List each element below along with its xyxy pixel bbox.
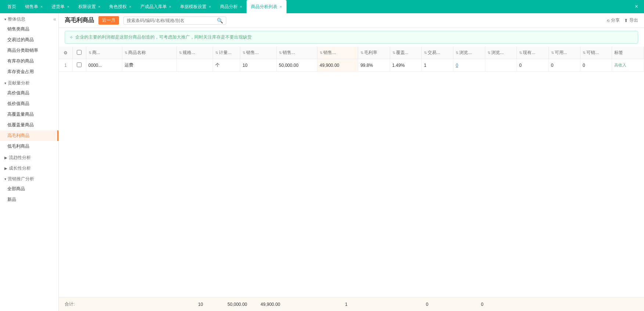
- col-name-sort-icon: ⇅: [125, 51, 127, 55]
- col-sales2[interactable]: ⇅ 销售...: [277, 47, 317, 59]
- sidebar-group-growth[interactable]: ▶ 成长性分析: [0, 162, 58, 173]
- share-button[interactable]: ⎋ 分享: [607, 17, 620, 23]
- select-all-checkbox[interactable]: [77, 50, 82, 55]
- col-available-sort-icon: ⇅: [551, 51, 554, 55]
- sidebar-item-category-rate[interactable]: 商品分类助销率: [0, 45, 58, 56]
- top-nav: 首页 销售单 × 进货单 × 权限设置 × 角色授权 × 产成品入库单 × 单据…: [0, 0, 644, 13]
- arrow-icon-trend: ▶: [4, 156, 7, 160]
- col-tag: 标签: [612, 47, 644, 59]
- global-close-button[interactable]: ×: [632, 3, 641, 10]
- col-trade[interactable]: ⇅ 交易...: [422, 47, 453, 59]
- footer-available: 0: [424, 302, 453, 307]
- cell-unit: 个: [213, 59, 240, 72]
- col-trade-sort-icon: ⇅: [424, 51, 427, 55]
- col-browse1-sort-icon: ⇅: [456, 51, 458, 55]
- close-role-tab[interactable]: ×: [129, 4, 131, 9]
- cell-current: 0: [517, 59, 548, 72]
- close-template-tab[interactable]: ×: [209, 4, 211, 9]
- cell-tag: 高收入: [612, 59, 644, 72]
- col-sales2-sort-icon: ⇅: [279, 51, 282, 55]
- sidebar-item-high-value[interactable]: 高价值商品: [0, 88, 58, 98]
- col-name[interactable]: ⇅ 商品名称: [122, 47, 177, 59]
- export-button[interactable]: ⬆ 导出: [624, 17, 638, 23]
- footer-salable: 0: [479, 302, 508, 307]
- col-sales3[interactable]: ⇅ 销售...: [317, 47, 358, 59]
- col-spec-sort-icon: ⇅: [179, 51, 182, 55]
- col-checkbox[interactable]: [72, 47, 86, 59]
- sidebar-group-contribution[interactable]: ▾ 贡献量分析: [0, 77, 58, 88]
- sidebar-item-new-goods[interactable]: 新品: [0, 194, 58, 205]
- nav-permission[interactable]: 权限设置 ×: [74, 0, 105, 13]
- nav-analysis[interactable]: 商品分析 ×: [216, 0, 247, 13]
- sidebar-item-low-value[interactable]: 低价值商品: [0, 98, 58, 109]
- main-layout: « ▾ 整体信息 销售类商品 交易过的商品 商品分类助销率 有库存的商品 库存资…: [0, 13, 644, 311]
- footer-total-label: 合计:: [65, 301, 75, 307]
- col-sales3-sort-icon: ⇅: [320, 51, 323, 55]
- col-available[interactable]: ⇅ 可用...: [548, 47, 580, 59]
- cell-salable: 0: [580, 59, 612, 72]
- nav-purchase[interactable]: 进货单 ×: [47, 0, 73, 13]
- sidebar-item-traded-goods[interactable]: 交易过的商品: [0, 35, 58, 45]
- col-current-sort-icon: ⇅: [519, 51, 522, 55]
- row-checkbox[interactable]: [77, 62, 82, 67]
- search-icon[interactable]: 🔍: [217, 18, 223, 23]
- cell-browse1[interactable]: 0: [453, 59, 485, 72]
- sidebar-item-high-margin[interactable]: 高毛利商品: [0, 130, 58, 141]
- sidebar-item-stock-fund[interactable]: 库存资金占用: [0, 66, 58, 77]
- nav-home[interactable]: 首页: [3, 0, 21, 13]
- arrow-icon-marketing: ▾: [4, 177, 6, 181]
- share-icon: ⎋: [607, 18, 609, 23]
- col-unit[interactable]: ⇅ 计量...: [213, 47, 240, 59]
- sidebar-group-overall[interactable]: ▾ 整体信息: [0, 13, 58, 24]
- close-analysis-list-tab[interactable]: ×: [280, 4, 282, 9]
- close-purchase-tab[interactable]: ×: [67, 4, 69, 9]
- col-salable[interactable]: ⇅ 可销...: [580, 47, 612, 59]
- col-unit-sort-icon: ⇅: [215, 51, 218, 55]
- close-sales-tab[interactable]: ×: [40, 4, 43, 9]
- col-gross-rate[interactable]: ⇅ 毛利率: [358, 47, 390, 59]
- col-code[interactable]: ⇅ 商...: [86, 47, 122, 59]
- nav-sales[interactable]: 销售单 ×: [21, 0, 47, 13]
- cell-sales3: 49,900.00: [317, 59, 358, 72]
- col-grossrate-sort-icon: ⇅: [360, 51, 363, 55]
- close-analysis-tab[interactable]: ×: [240, 4, 242, 9]
- settings-icon[interactable]: ⚙: [64, 50, 68, 55]
- nav-analysis-list[interactable]: 商品分析列表 ×: [247, 0, 286, 13]
- content-area: 高毛利商品 近一月 🔍 ⎋ 分享 ⬆ 导出 ✧ 企业的主要的利润都是这部分商品创…: [59, 13, 644, 311]
- nav-inbound[interactable]: 产成品入库单 ×: [136, 0, 176, 13]
- sidebar-item-low-margin[interactable]: 低毛利商品: [0, 141, 58, 152]
- cell-checkbox[interactable]: [72, 59, 86, 72]
- cell-browse2: [485, 59, 517, 72]
- col-browse1[interactable]: ⇅ 浏览...: [453, 47, 485, 59]
- sidebar-group-marketing[interactable]: ▾ 营销推广分析: [0, 173, 58, 184]
- col-coverage[interactable]: ⇅ 覆盖...: [390, 47, 421, 59]
- col-settings[interactable]: ⚙: [59, 47, 72, 59]
- sidebar-item-sales-goods[interactable]: 销售类商品: [0, 24, 58, 35]
- table-header-row: ⚙ ⇅ 商... ⇅: [59, 47, 644, 59]
- sidebar-item-low-coverage[interactable]: 低覆盖量商品: [0, 120, 58, 130]
- close-permission-tab[interactable]: ×: [98, 4, 100, 9]
- close-inbound-tab[interactable]: ×: [169, 4, 171, 9]
- filter-recent-month-button[interactable]: 近一月: [98, 16, 119, 25]
- cell-index: 1: [59, 59, 72, 72]
- sidebar: « ▾ 整体信息 销售类商品 交易过的商品 商品分类助销率 有库存的商品 库存资…: [0, 13, 59, 311]
- sidebar-item-high-coverage[interactable]: 高覆盖量商品: [0, 109, 58, 120]
- sidebar-item-all-goods[interactable]: 全部商品: [0, 184, 58, 194]
- col-current[interactable]: ⇅ 现有...: [517, 47, 548, 59]
- col-sales1[interactable]: ⇅ 销售...: [240, 47, 277, 59]
- sidebar-item-stock-goods[interactable]: 有库存的商品: [0, 56, 58, 66]
- search-input[interactable]: [127, 18, 215, 23]
- col-spec[interactable]: ⇅ 规格...: [177, 47, 213, 59]
- nav-template[interactable]: 单据模板设置 ×: [176, 0, 215, 13]
- nav-role[interactable]: 角色授权 ×: [105, 0, 136, 13]
- search-box[interactable]: 🔍: [123, 17, 226, 25]
- footer-sales3: 49,900.00: [258, 302, 291, 307]
- data-table: ⚙ ⇅ 商... ⇅: [59, 47, 644, 72]
- col-coverage-sort-icon: ⇅: [392, 51, 395, 55]
- sidebar-group-trend[interactable]: ▶ 流趋性分析: [0, 152, 58, 162]
- page-title: 高毛利商品: [65, 17, 94, 24]
- sidebar-collapse-button[interactable]: «: [53, 16, 56, 22]
- cell-sales2: 50,000.00: [277, 59, 317, 72]
- col-browse2[interactable]: ⇅ 浏览...: [485, 47, 517, 59]
- col-code-sort-icon: ⇅: [89, 51, 91, 55]
